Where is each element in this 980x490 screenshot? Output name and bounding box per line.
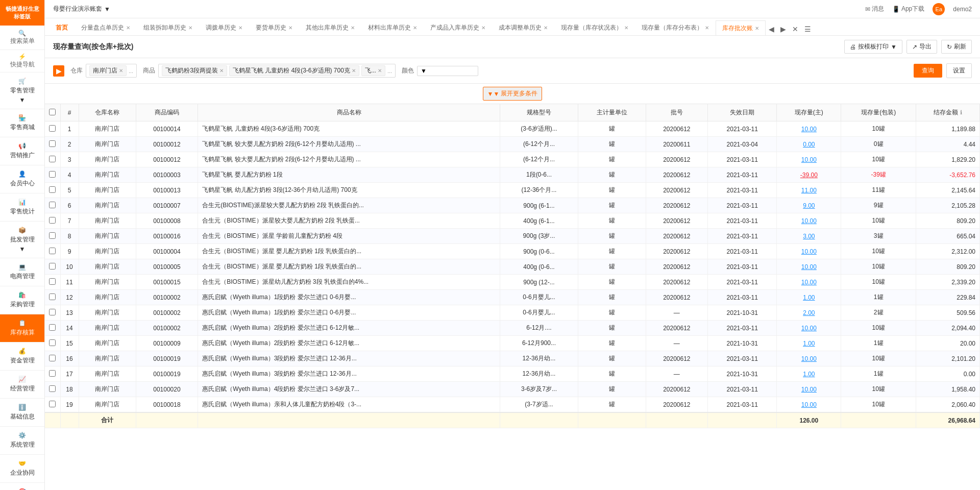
sidebar-item-quicknav[interactable]: ⚡ 快捷导航 [0, 50, 44, 72]
tab-close-transfer[interactable]: ✕ [238, 25, 242, 31]
row-checkbox[interactable] [49, 278, 56, 285]
tab-costadjust[interactable]: 成本调整单历史 ✕ [492, 20, 554, 35]
product-tag-group[interactable]: 飞鹤奶粉3段两提装 ✕ 飞鹤星飞帆 儿童奶粉 4段(3-6岁适用) 700克 ✕… [158, 64, 396, 78]
expand-more-btn[interactable]: ▼▼ 展开更多条件 [483, 87, 543, 101]
sidebar-item-retailstat[interactable]: 📊 零售统计 [0, 193, 44, 222]
sidebar-item-guide[interactable]: 🎯 新手引导 [0, 483, 44, 490]
tab-disassemble[interactable]: 组装拆卸单历史 ✕ [137, 20, 199, 35]
cell-qty[interactable]: 10.00 [777, 244, 841, 259]
app-download-btn[interactable]: 📱 App下载 [892, 5, 924, 13]
row-checkbox[interactable] [49, 125, 56, 132]
cell-qty[interactable]: 10.00 [777, 275, 841, 290]
sidebar-item-system[interactable]: ⚙️ 系统管理 [0, 427, 44, 455]
select-all-checkbox[interactable] [49, 109, 56, 115]
row-checkbox[interactable] [49, 217, 56, 224]
sidebar-item-collab[interactable]: 🤝 企业协同 [0, 455, 44, 483]
row-checkbox[interactable] [49, 355, 56, 361]
sidebar-item-marketing[interactable]: 📢 营销推广 [0, 137, 44, 165]
row-checkbox[interactable] [49, 324, 56, 331]
cell-qty[interactable]: 11.00 [777, 183, 841, 198]
row-checkbox[interactable] [49, 309, 56, 315]
tabs-next-btn[interactable]: ▶ [777, 23, 789, 35]
cell-qty[interactable]: -39.00 [777, 167, 841, 183]
row-checkbox[interactable] [49, 339, 56, 346]
cell-qty[interactable]: 10.00 [777, 121, 841, 137]
cell-check[interactable] [45, 351, 60, 366]
tab-close-stockdist[interactable]: ✕ [705, 25, 709, 31]
tabs-prev-btn[interactable]: ◀ [766, 23, 777, 35]
account-selector[interactable]: 母婴行业演示账套 ▼ [53, 5, 110, 13]
cell-check[interactable] [45, 229, 60, 244]
sidebar-item-search[interactable]: 🔍 搜索菜单 [0, 26, 44, 50]
row-checkbox[interactable] [49, 202, 56, 208]
cell-check[interactable] [45, 152, 60, 167]
cell-check[interactable] [45, 366, 60, 382]
cell-check[interactable] [45, 213, 60, 229]
sidebar-item-purchase[interactable]: 🛍️ 采购管理 [0, 286, 44, 314]
cell-qty[interactable]: 10.00 [777, 382, 841, 397]
tab-close-requisition[interactable]: ✕ [288, 25, 292, 31]
row-checkbox[interactable] [49, 171, 56, 178]
row-checkbox[interactable] [49, 156, 56, 162]
export-btn[interactable]: ↗ 导出 [906, 40, 937, 54]
cell-check[interactable] [45, 137, 60, 152]
color-input[interactable]: ▼ [417, 66, 478, 76]
table-container[interactable]: # 仓库名称 商品编码 商品名称 规格型号 主计量单位 批号 失效日期 现存量(… [45, 104, 980, 490]
sidebar-item-finance[interactable]: 💰 资金管理 [0, 342, 44, 371]
cell-qty[interactable]: 9.00 [777, 198, 841, 213]
sidebar-item-wholesale[interactable]: 📦 批发管理 ▼ [0, 222, 44, 258]
product-tag-2-close[interactable]: ✕ [352, 68, 356, 74]
row-checkbox[interactable] [49, 293, 56, 300]
cell-check[interactable] [45, 275, 60, 290]
product-tag-1-close[interactable]: ✕ [219, 68, 224, 74]
cell-qty[interactable]: 2.00 [777, 305, 841, 321]
cell-check[interactable] [45, 397, 60, 413]
tab-stockdist[interactable]: 现存量（库存分布表） ✕ [635, 20, 716, 35]
print-btn[interactable]: 🖨 按模板打印 ▼ [844, 40, 902, 54]
sidebar-item-retailshop[interactable]: 🏪 零售商城 [0, 109, 44, 137]
row-checkbox[interactable] [49, 248, 56, 254]
tab-otherout[interactable]: 其他出库单历史 ✕ [299, 20, 361, 35]
cell-check[interactable] [45, 336, 60, 351]
tab-close-batchledger[interactable]: ✕ [755, 26, 759, 31]
tabs-close-btn[interactable]: ✕ [789, 23, 801, 35]
warehouse-tag-close[interactable]: ✕ [119, 68, 123, 74]
product-tag-3-close[interactable]: ✕ [378, 68, 382, 74]
tab-finishedin[interactable]: 产成品入库单历史 ✕ [424, 20, 492, 35]
query-btn[interactable]: 查询 [914, 64, 942, 78]
tab-stockstatus[interactable]: 现存量（库存状况表） ✕ [554, 20, 635, 35]
tab-close-otherout[interactable]: ✕ [351, 25, 355, 31]
cell-check[interactable] [45, 305, 60, 321]
cell-check[interactable] [45, 183, 60, 198]
cell-qty[interactable]: 10.00 [777, 321, 841, 336]
cell-qty[interactable]: 10.00 [777, 152, 841, 167]
tab-materialout[interactable]: 材料出库单历史 ✕ [361, 20, 424, 35]
tabs-menu-btn[interactable]: ☰ [801, 23, 814, 35]
tab-close-disassemble[interactable]: ✕ [188, 25, 192, 31]
cell-check[interactable] [45, 121, 60, 137]
amount-info-icon[interactable]: ℹ [960, 109, 962, 115]
tab-splitcount[interactable]: 分量盘点单历史 ✕ [75, 20, 137, 35]
row-checkbox[interactable] [49, 186, 56, 193]
sidebar-item-management[interactable]: 📈 经营管理 [0, 371, 44, 399]
sidebar-item-member[interactable]: 👤 会员中心 [0, 165, 44, 193]
row-checkbox[interactable] [49, 140, 56, 147]
sidebar-item-basicinfo[interactable]: ℹ️ 基础信息 [0, 399, 44, 427]
row-checkbox[interactable] [49, 263, 56, 270]
user-avatar[interactable]: Ea [933, 3, 945, 15]
cell-check[interactable] [45, 382, 60, 397]
cell-check[interactable] [45, 167, 60, 183]
cell-qty[interactable]: 1.00 [777, 290, 841, 305]
refresh-btn[interactable]: ↻ 刷新 [941, 40, 972, 54]
cell-check[interactable] [45, 198, 60, 213]
tab-batchledger[interactable]: 库存批次账 ✕ [716, 20, 766, 36]
cell-check[interactable] [45, 259, 60, 275]
tab-transfer[interactable]: 调拨单历史 ✕ [199, 20, 249, 35]
cell-qty[interactable]: 0.00 [777, 137, 841, 152]
cell-qty[interactable]: 1.00 [777, 366, 841, 382]
tab-requisition[interactable]: 要货单历史 ✕ [249, 20, 299, 35]
row-checkbox[interactable] [49, 385, 56, 392]
cell-qty[interactable]: 10.00 [777, 397, 841, 413]
tab-close-splitcount[interactable]: ✕ [126, 25, 130, 31]
cell-qty[interactable]: 1.00 [777, 336, 841, 351]
